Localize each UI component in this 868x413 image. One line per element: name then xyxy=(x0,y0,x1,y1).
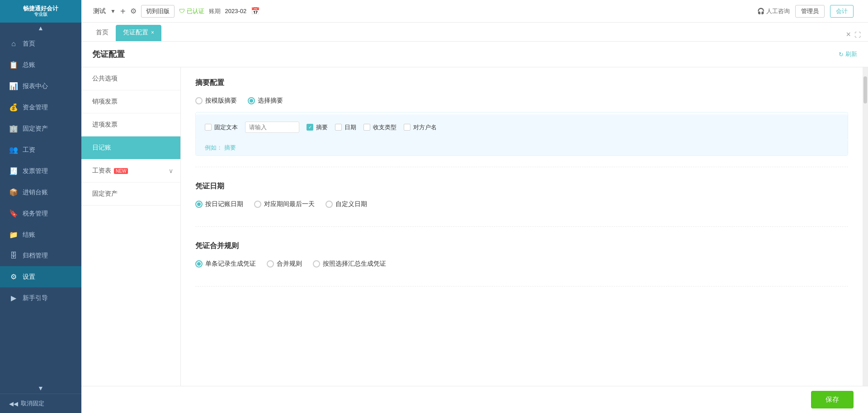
template-summary-option[interactable]: 按模版摘要 xyxy=(195,97,237,105)
menu-payroll-table[interactable]: 工资表 NEW ∨ xyxy=(81,160,180,183)
menu-public-options[interactable]: 公共选项 xyxy=(81,67,180,90)
fixed-text-check[interactable] xyxy=(205,124,212,131)
sidebar-item-capital[interactable]: 💰 资金管理 xyxy=(0,97,81,118)
calendar-icon[interactable]: 📅 xyxy=(251,7,260,15)
logo-main: 畅捷通好会计 xyxy=(23,5,58,12)
home-icon: ⌂ xyxy=(9,40,18,48)
voucher-merge-radio-group: 单条记录生成凭证 合并规则 按照选择汇总生成凭证 xyxy=(195,260,848,268)
counterparty-check[interactable] xyxy=(404,124,410,131)
sidebar-item-report-center[interactable]: 📊 报表中心 xyxy=(0,75,81,97)
purchase-icon: 📦 xyxy=(9,188,18,197)
invoice-icon: 🧾 xyxy=(9,167,18,175)
scrollbar-thumb xyxy=(863,76,867,103)
income-expense-check[interactable] xyxy=(363,124,370,131)
sidebar-item-invoice[interactable]: 🧾 发票管理 xyxy=(0,160,81,182)
select-summary-radio[interactable] xyxy=(248,97,255,104)
right-scrollbar[interactable] xyxy=(863,67,868,386)
sidebar-item-tax[interactable]: 🔖 税务管理 xyxy=(0,203,81,224)
settlement-icon: 📁 xyxy=(9,230,18,239)
tab-bar-actions: × ⛶ xyxy=(846,30,861,41)
sidebar-item-purchase-sales[interactable]: 📦 进销台账 xyxy=(0,182,81,203)
expand-button[interactable]: ⛶ xyxy=(854,31,861,38)
fixed-text-checkbox[interactable]: 固定文本 xyxy=(205,123,238,131)
sidebar-scroll-up[interactable]: ▲ xyxy=(0,23,81,33)
fixed-text-input[interactable] xyxy=(245,122,299,133)
custom-date-option[interactable]: 自定义日期 xyxy=(326,200,367,208)
single-record-radio[interactable] xyxy=(195,260,203,268)
refresh-icon: ↻ xyxy=(839,51,844,58)
cancel-fixed-button[interactable]: ◀◀ 取消固定 xyxy=(0,394,81,413)
new-badge: NEW xyxy=(114,168,128,174)
settings-icon-button[interactable]: ⚙ xyxy=(130,7,137,15)
sidebar-item-payroll[interactable]: 👥 工资 xyxy=(0,139,81,160)
switch-old-button[interactable]: 切到旧版 xyxy=(141,5,175,18)
shield-icon: 🛡 xyxy=(179,8,185,14)
single-record-option[interactable]: 单条记录生成凭证 xyxy=(195,260,256,268)
by-selection-option[interactable]: 按照选择汇总生成凭证 xyxy=(313,260,386,268)
sidebar-scroll-down[interactable]: ▼ xyxy=(0,383,81,394)
top-header: 畅捷通好会计 专业版 测试 ▼ + ⚙ 切到旧版 🛡 已认证 账期 2023-0… xyxy=(0,0,868,23)
example-value: 摘要 xyxy=(224,144,236,151)
date-check[interactable] xyxy=(335,124,342,131)
refresh-button[interactable]: ↻ 刷新 xyxy=(839,50,857,58)
select-summary-option[interactable]: 选择摘要 xyxy=(248,97,283,105)
config-main: 摘要配置 按模版摘要 选择摘要 xyxy=(181,67,863,386)
sidebar-item-general-ledger[interactable]: 📋 总账 xyxy=(0,54,81,75)
logo-sub: 专业版 xyxy=(23,12,58,17)
voucher-merge-title: 凭证合并规则 xyxy=(195,241,848,251)
assets-icon: 🏢 xyxy=(9,124,18,133)
summary-config-box: 固定文本 ✓ 摘要 日期 xyxy=(195,112,848,156)
sidebar-item-home[interactable]: ⌂ 首页 xyxy=(0,33,81,54)
menu-fixed-assets[interactable]: 固定资产 xyxy=(81,183,180,206)
ledger-icon: 📋 xyxy=(9,61,18,69)
tab-bar: 首页 凭证配置 × × ⛶ xyxy=(81,23,868,42)
page-content: 凭证配置 ↻ 刷新 公共选项 销项发票 进项发票 日记账 xyxy=(81,42,868,413)
sidebar-item-fixed-assets[interactable]: 🏢 固定资产 xyxy=(0,118,81,139)
accountant-button[interactable]: 会计 xyxy=(830,5,854,18)
company-name: 测试 xyxy=(93,7,106,15)
close-all-button[interactable]: × xyxy=(846,30,851,39)
summary-check[interactable]: ✓ xyxy=(307,124,313,131)
income-expense-checkbox[interactable]: 收支类型 xyxy=(363,123,396,131)
page-title: 凭证配置 xyxy=(92,49,125,60)
admin-button[interactable]: 管理员 xyxy=(795,5,825,18)
settings-icon: ⚙ xyxy=(9,272,18,281)
certified-badge: 🛡 已认证 xyxy=(179,7,204,15)
menu-sales-invoice[interactable]: 销项发票 xyxy=(81,90,180,113)
capital-icon: 💰 xyxy=(9,103,18,112)
tab-voucher-config[interactable]: 凭证配置 × xyxy=(116,25,161,41)
tax-icon: 🔖 xyxy=(9,209,18,218)
sidebar: ▲ ⌂ 首页 📋 总账 📊 报表中心 💰 资金管理 xyxy=(0,23,81,413)
template-summary-radio[interactable] xyxy=(195,97,203,104)
voucher-date-section: 凭证日期 按日记账日期 对应期间最后一天 xyxy=(195,182,848,227)
consult-button[interactable]: 🎧 人工咨询 xyxy=(757,7,790,15)
voucher-merge-section: 凭证合并规则 单条记录生成凭证 合并规则 xyxy=(195,241,848,286)
by-selection-radio[interactable] xyxy=(313,260,320,268)
counterparty-checkbox[interactable]: 对方户名 xyxy=(404,123,437,131)
summary-checkbox[interactable]: ✓ 摘要 xyxy=(307,123,328,131)
merge-rule-radio[interactable] xyxy=(267,260,274,268)
dropdown-icon[interactable]: ▼ xyxy=(110,8,116,14)
last-day-radio[interactable] xyxy=(254,201,261,208)
sidebar-item-settings[interactable]: ⚙ 设置 xyxy=(0,266,81,287)
custom-date-radio[interactable] xyxy=(326,201,333,208)
summary-config-title: 摘要配置 xyxy=(195,78,848,88)
add-company-button[interactable]: + xyxy=(120,7,126,16)
content-area: 首页 凭证配置 × × ⛶ 凭证配置 ↻ 刷新 xyxy=(81,23,868,413)
menu-purchase-invoice[interactable]: 进项发票 xyxy=(81,113,180,136)
save-button[interactable]: 保存 xyxy=(811,391,854,408)
voucher-date-radio-group: 按日记账日期 对应期间最后一天 自定义日期 xyxy=(195,200,848,208)
tab-home[interactable]: 首页 xyxy=(89,25,116,41)
pin-icon: ◀◀ xyxy=(9,400,18,407)
sidebar-item-guide[interactable]: ▶ 新手引导 xyxy=(0,287,81,309)
merge-rule-option[interactable]: 合并规则 xyxy=(267,260,302,268)
config-menu: 公共选项 销项发票 进项发票 日记账 工资表 NEW ∨ 固定资产 xyxy=(81,67,181,386)
tab-close-button[interactable]: × xyxy=(151,29,154,36)
sidebar-item-archive[interactable]: 🗄 归档管理 xyxy=(0,245,81,266)
by-journal-date-radio[interactable] xyxy=(195,201,203,208)
last-day-option[interactable]: 对应期间最后一天 xyxy=(254,200,315,208)
menu-journal[interactable]: 日记账 xyxy=(81,136,180,160)
sidebar-item-settlement[interactable]: 📁 结账 xyxy=(0,224,81,245)
date-checkbox[interactable]: 日期 xyxy=(335,123,356,131)
by-journal-date-option[interactable]: 按日记账日期 xyxy=(195,200,243,208)
